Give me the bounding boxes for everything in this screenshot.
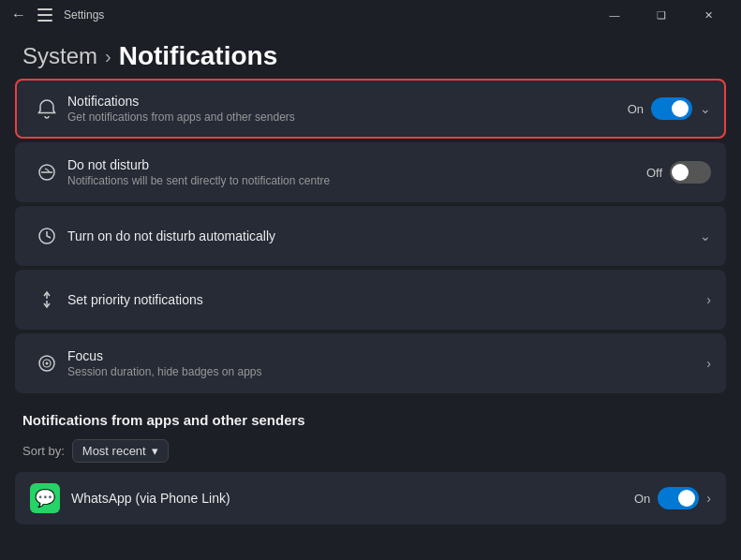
setting-focus[interactable]: Focus Session duration, hide badges on a…	[15, 333, 726, 393]
sort-value: Most recent	[82, 444, 146, 458]
notifications-toggle-track	[651, 97, 692, 120]
focus-arrow-icon[interactable]: ›	[706, 356, 711, 371]
breadcrumb: System › Notifications	[0, 30, 741, 79]
back-button[interactable]: ←	[11, 7, 26, 23]
dnd-toggle[interactable]	[670, 161, 711, 184]
whatsapp-arrow-icon[interactable]: ›	[706, 491, 711, 506]
notifications-toggle-thumb	[672, 100, 689, 117]
settings-list: Notifications Get notifications from app…	[0, 79, 741, 393]
focus-icon	[30, 353, 64, 374]
dnd-toggle-thumb	[672, 164, 689, 181]
dnd-title: Do not disturb	[67, 157, 646, 172]
svg-point-7	[46, 362, 49, 365]
dnd-toggle-track	[670, 161, 711, 184]
setting-priority[interactable]: Set priority notifications ›	[15, 270, 726, 330]
whatsapp-toggle[interactable]	[658, 487, 699, 509]
titlebar-title: Settings	[64, 8, 104, 22]
whatsapp-toggle-label: On	[634, 492, 650, 506]
hamburger-menu[interactable]	[37, 8, 52, 22]
priority-text: Set priority notifications	[67, 292, 706, 307]
auto-dnd-icon	[30, 226, 64, 246]
focus-title: Focus	[67, 348, 706, 363]
notifications-title: Notifications	[67, 94, 628, 109]
sort-select[interactable]: Most recent ▾	[72, 439, 169, 463]
titlebar-left: ← Settings	[11, 7, 104, 23]
notifications-icon	[30, 98, 64, 119]
priority-title: Set priority notifications	[67, 292, 706, 307]
breadcrumb-system[interactable]: System	[22, 43, 97, 69]
breadcrumb-current: Notifications	[119, 41, 278, 71]
notifications-chevron-icon[interactable]: ⌄	[700, 101, 711, 116]
notifications-toggle[interactable]	[651, 97, 692, 120]
minimize-button[interactable]: —	[593, 0, 636, 30]
priority-control: ›	[706, 292, 711, 307]
priority-arrow-icon[interactable]: ›	[706, 292, 711, 307]
whatsapp-icon: 💬	[30, 483, 60, 513]
auto-dnd-chevron-icon[interactable]: ⌄	[700, 228, 711, 243]
maximize-button[interactable]: ❑	[640, 0, 683, 30]
dnd-subtitle: Notifications will be sent directly to n…	[67, 174, 646, 187]
focus-text: Focus Session duration, hide badges on a…	[67, 348, 706, 378]
auto-dnd-control: ⌄	[700, 228, 711, 243]
app-item-whatsapp[interactable]: 💬 WhatsApp (via Phone Link) On ›	[15, 472, 726, 524]
dnd-control: Off	[646, 161, 711, 184]
whatsapp-toggle-track	[658, 487, 699, 509]
notifications-control: On ⌄	[628, 97, 711, 120]
priority-icon	[30, 289, 64, 310]
setting-notifications[interactable]: Notifications Get notifications from app…	[15, 79, 726, 139]
dnd-text: Do not disturb Notifications will be sen…	[67, 157, 646, 187]
focus-subtitle: Session duration, hide badges on apps	[67, 365, 706, 378]
focus-control: ›	[706, 356, 711, 371]
dnd-toggle-label: Off	[646, 166, 662, 180]
sort-row: Sort by: Most recent ▾	[0, 435, 741, 472]
dnd-icon	[30, 162, 64, 183]
sort-chevron-icon: ▾	[152, 444, 158, 458]
auto-dnd-title: Turn on do not disturb automatically	[67, 228, 700, 243]
titlebar-controls: — ❑ ✕	[593, 0, 730, 30]
notifications-text: Notifications Get notifications from app…	[67, 94, 628, 124]
setting-auto-dnd[interactable]: Turn on do not disturb automatically ⌄	[15, 206, 726, 266]
apps-section-header: Notifications from apps and other sender…	[0, 397, 741, 435]
setting-do-not-disturb[interactable]: Do not disturb Notifications will be sen…	[15, 142, 726, 202]
notifications-toggle-label: On	[628, 102, 644, 116]
auto-dnd-text: Turn on do not disturb automatically	[67, 228, 700, 243]
whatsapp-name: WhatsApp (via Phone Link)	[71, 491, 634, 506]
sort-label: Sort by:	[22, 444, 65, 458]
notifications-subtitle: Get notifications from apps and other se…	[67, 111, 628, 124]
whatsapp-toggle-thumb	[678, 490, 695, 507]
titlebar: ← Settings — ❑ ✕	[0, 0, 741, 30]
breadcrumb-separator: ›	[105, 46, 111, 67]
close-button[interactable]: ✕	[687, 0, 730, 30]
whatsapp-control: On ›	[634, 487, 711, 509]
